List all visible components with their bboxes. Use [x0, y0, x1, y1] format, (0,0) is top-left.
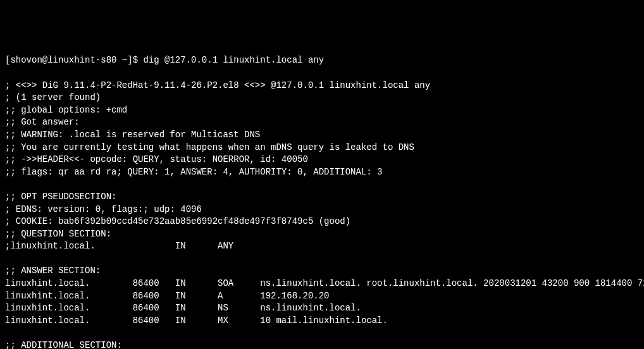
answer-section-title: ;; ANSWER SECTION:	[5, 266, 101, 276]
terminal-prompt-line-1: [shovon@linuxhint-s80 ~]$ dig @127.0.0.1…	[5, 55, 324, 65]
dig-command: dig @127.0.0.1 linuxhint.local any	[143, 55, 324, 65]
question-line: ;linuxhint.local. IN ANY	[5, 241, 233, 251]
dig-version-line: ; <<>> DiG 9.11.4-P2-RedHat-9.11.4-26.P2…	[5, 80, 430, 90]
got-answer-line: ;; Got answer:	[5, 117, 80, 127]
opt-section-title: ;; OPT PSEUDOSECTION:	[5, 192, 116, 202]
answer-soa-line: linuxhint.local. 86400 IN SOA ns.linuxhi…	[5, 278, 644, 288]
prompt-prefix: [shovon@linuxhint-s80 ~]$	[5, 55, 143, 65]
question-section-title: ;; QUESTION SECTION:	[5, 229, 111, 239]
mdns-line: ;; You are currently testing what happen…	[5, 142, 414, 152]
answer-a-line: linuxhint.local. 86400 IN A 192.168.20.2…	[5, 291, 329, 301]
header-opcode-line: ;; ->>HEADER<<- opcode: QUERY, status: N…	[5, 154, 308, 164]
edns-line: ; EDNS: version: 0, flags:; udp: 4096	[5, 204, 202, 214]
server-found-line: ; (1 server found)	[5, 92, 101, 102]
global-options-line: ;; global options: +cmd	[5, 105, 127, 115]
answer-ns-line: linuxhint.local. 86400 IN NS ns.linuxhin…	[5, 303, 361, 313]
answer-mx-line: linuxhint.local. 86400 IN MX 10 mail.lin…	[5, 315, 388, 326]
flags-line: ;; flags: qr aa rd ra; QUERY: 1, ANSWER:…	[5, 167, 383, 177]
additional-section-title: ;; ADDITIONAL SECTION:	[5, 340, 122, 349]
warning-line: ;; WARNING: .local is reserved for Multi…	[5, 130, 260, 140]
cookie-line: ; COOKIE: bab6f392b09ccd45e732aab85e6992…	[5, 216, 350, 226]
